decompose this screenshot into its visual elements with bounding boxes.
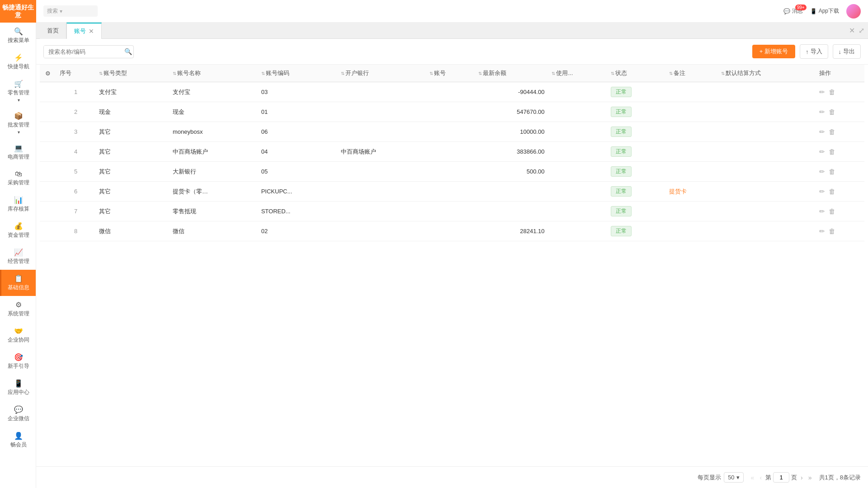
sidebar-item-wechat[interactable]: 💬企业微信 xyxy=(0,401,36,427)
sidebar-label-guide: 新手引导 xyxy=(8,362,29,370)
edit-icon-1[interactable]: ✏ xyxy=(819,108,825,116)
delete-icon-6[interactable]: 🗑 xyxy=(829,207,835,216)
tab-close-account[interactable]: ✕ xyxy=(89,28,94,35)
sidebar-label-basic: 基础信息 xyxy=(8,284,29,291)
row-name-0: 支付宝 xyxy=(169,82,258,102)
delete-icon-7[interactable]: 🗑 xyxy=(829,227,835,235)
edit-icon-3[interactable]: ✏ xyxy=(819,148,825,156)
sidebar-item-member[interactable]: 👤畅会员 xyxy=(0,427,36,453)
sidebar-item-shortcut[interactable]: ⚡快捷导航 xyxy=(0,49,36,75)
col-remark[interactable]: ⇅备注 xyxy=(665,65,717,82)
tab-account[interactable]: 账号✕ xyxy=(66,23,102,39)
export-button[interactable]: ↓ 导出 xyxy=(833,44,861,59)
sidebar-label-search: 搜索菜单 xyxy=(8,37,29,44)
import-button[interactable]: ↑ 导入 xyxy=(800,44,828,59)
tab-home[interactable]: 首页 xyxy=(40,23,66,39)
row-type-7: 微信 xyxy=(95,221,169,241)
maximize-icon[interactable]: ⤢ xyxy=(859,26,864,35)
page-size-dropdown[interactable]: 50 ▾ xyxy=(724,472,743,483)
col-code[interactable]: ⇅账号编码 xyxy=(258,65,337,82)
sidebar-item-guide[interactable]: 🎯新手引导 xyxy=(0,348,36,375)
sidebar-item-purchase[interactable]: 🛍采购管理 xyxy=(0,165,36,191)
edit-icon-4[interactable]: ✏ xyxy=(819,168,825,176)
delete-icon-0[interactable]: 🗑 xyxy=(829,88,835,96)
col-type[interactable]: ⇅账号类型 xyxy=(95,65,169,82)
row-gear-5 xyxy=(40,182,56,202)
row-remark-0 xyxy=(665,82,717,102)
system-icon: ⚙ xyxy=(15,300,22,309)
delete-icon-1[interactable]: 🗑 xyxy=(829,108,835,116)
top-search-box[interactable]: 搜索 ▾ xyxy=(43,5,98,17)
sidebar-item-system[interactable]: ⚙系统管理 xyxy=(0,296,36,322)
edit-icon-6[interactable]: ✏ xyxy=(819,207,825,216)
add-account-button[interactable]: + 新增账号 xyxy=(752,45,795,58)
col-bank[interactable]: ⇅开户银行 xyxy=(337,65,426,82)
last-page-button[interactable]: » xyxy=(807,473,814,482)
edit-icon-7[interactable]: ✏ xyxy=(819,227,825,235)
page-input[interactable] xyxy=(773,472,789,483)
delete-icon-2[interactable]: 🗑 xyxy=(829,128,835,136)
message-button[interactable]: 💬 消息 99+ xyxy=(783,7,803,15)
sidebar-label-operation: 经营管理 xyxy=(8,258,29,265)
delete-icon-5[interactable]: 🗑 xyxy=(829,188,835,196)
avatar[interactable] xyxy=(846,4,861,19)
sidebar-item-finance[interactable]: 💰资金管理 xyxy=(0,217,36,244)
row-bank-0 xyxy=(337,82,426,102)
search-submit-button[interactable]: 🔍 xyxy=(121,48,134,55)
sidebar-item-inventory[interactable]: 📊库存核算 xyxy=(0,191,36,217)
edit-icon-0[interactable]: ✏ xyxy=(819,88,825,96)
delete-icon-4[interactable]: 🗑 xyxy=(829,168,835,176)
row-type-2: 其它 xyxy=(95,122,169,142)
row-code-1: 01 xyxy=(258,102,337,122)
table-row: 2 现金 现金 01 547670.00 正常 ✏ 🗑 xyxy=(40,102,864,122)
sidebar-item-wholesale[interactable]: 📦批发管理▾ xyxy=(0,107,36,139)
delete-icon-3[interactable]: 🗑 xyxy=(829,148,835,156)
row-code-3: 04 xyxy=(258,142,337,162)
table-body: 1 支付宝 支付宝 03 -90444.00 正常 ✏ 🗑 2 现金 现金 01… xyxy=(40,82,864,241)
sidebar-item-basic[interactable]: 📋基础信息 xyxy=(0,270,36,296)
page-size-arrow-icon: ▾ xyxy=(736,474,740,481)
wholesale-arrow-icon: ▾ xyxy=(18,130,20,135)
search-input[interactable] xyxy=(44,46,121,58)
table-gear-col[interactable]: ⚙ xyxy=(40,65,56,82)
col-action: 操作 xyxy=(816,65,864,82)
retail-icon: 🛒 xyxy=(14,80,23,88)
page-unit: 页 xyxy=(791,474,797,482)
sidebar-item-ecommerce[interactable]: 💻电商管理 xyxy=(0,139,36,165)
row-remark-6 xyxy=(665,202,717,221)
sidebar-item-appcenter[interactable]: 📱应用中心 xyxy=(0,375,36,401)
col-status[interactable]: ⇅状态 xyxy=(607,65,665,82)
sidebar-item-search[interactable]: 🔍搜索菜单 xyxy=(0,23,36,49)
row-settlement-3 xyxy=(717,142,816,162)
row-bank-3: 中百商场账户 xyxy=(337,142,426,162)
page-size-label: 每页显示 xyxy=(698,474,721,482)
sidebar-item-enterprise[interactable]: 🤝企业协同 xyxy=(0,322,36,348)
sidebar-label-inventory: 库存核算 xyxy=(8,205,29,213)
row-remark-2 xyxy=(665,122,717,142)
prev-page-button[interactable]: ‹ xyxy=(758,473,764,482)
sidebar-item-retail[interactable]: 🛒零售管理▾ xyxy=(0,75,36,107)
first-page-button[interactable]: « xyxy=(749,473,756,482)
toolbar-right: + 新增账号 ↑ 导入 ↓ 导出 xyxy=(752,44,861,59)
col-balance[interactable]: ⇅最新余额 xyxy=(475,65,548,82)
row-account-7 xyxy=(426,221,475,241)
sidebar-label-system: 系统管理 xyxy=(8,310,29,318)
edit-icon-2[interactable]: ✏ xyxy=(819,128,825,136)
purchase-icon: 🛍 xyxy=(15,170,22,178)
row-code-5: PICKUPC... xyxy=(258,182,337,202)
row-bank-1 xyxy=(337,102,426,122)
col-usage[interactable]: ⇅使用... xyxy=(548,65,607,82)
app-download-button[interactable]: 📱 App下载 xyxy=(810,7,839,15)
row-bank-4 xyxy=(337,162,426,182)
sidebar-item-operation[interactable]: 📈经营管理 xyxy=(0,244,36,270)
edit-icon-5[interactable]: ✏ xyxy=(819,188,825,196)
row-remark-7 xyxy=(665,221,717,241)
col-settlement[interactable]: ⇅默认结算方式 xyxy=(717,65,816,82)
close-window-icon[interactable]: ✕ xyxy=(849,26,855,35)
col-name[interactable]: ⇅账号名称 xyxy=(169,65,258,82)
next-page-button[interactable]: › xyxy=(799,473,805,482)
col-account[interactable]: ⇅账号 xyxy=(426,65,475,82)
row-usage-7 xyxy=(548,221,607,241)
top-search-placeholder: 搜索 xyxy=(47,7,58,15)
row-code-2: 06 xyxy=(258,122,337,142)
